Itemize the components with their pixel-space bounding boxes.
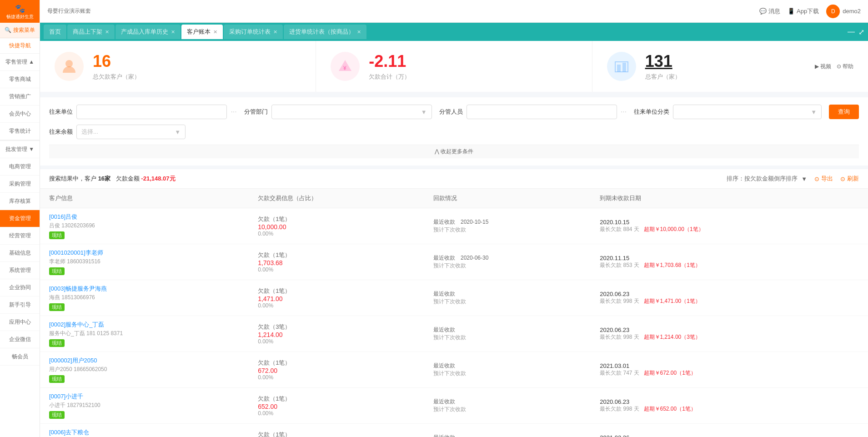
stat-icon-debt: ¥	[331, 52, 360, 81]
sidebar-item-member[interactable]: 会员中心	[0, 105, 40, 123]
overdue-days: 最长欠款 884 天	[600, 226, 639, 232]
sidebar-item-guide[interactable]: 新手引导	[0, 296, 40, 314]
balance-select[interactable]: 选择... ▼	[76, 125, 186, 139]
manager-input[interactable]	[467, 105, 617, 119]
tab-produce-history[interactable]: 产成品入库单历史 ✕	[115, 25, 181, 39]
next-collect: 预计下次收款	[433, 406, 582, 413]
debt-percent: 0.00%	[258, 302, 415, 309]
debt-percent: 0.00%	[258, 266, 415, 273]
tab-customer-account[interactable]: 客户账本 ✕	[181, 25, 223, 39]
customer-name-link[interactable]: [0003]畅捷服务尹海燕	[49, 285, 107, 292]
tab-purchase-order[interactable]: 采购订单统计表 ✕	[224, 25, 283, 39]
tab-minimize-icon[interactable]: —	[848, 28, 855, 36]
source-unit-input[interactable]	[76, 105, 227, 119]
manager-dots[interactable]: ···	[621, 108, 627, 116]
customer-contact: 小进千 18279152100	[49, 402, 240, 409]
debt-count: 欠款（1笔）	[258, 287, 415, 295]
collapse-icon: ⋀	[435, 148, 439, 155]
ecommerce-label: 电商管理	[9, 163, 31, 170]
message-btn[interactable]: 💬 消息	[759, 7, 780, 15]
stat-value-total: 131	[645, 52, 681, 71]
cell-overdue-5: 2020.06.23 最长欠款 998 天 超期￥652.00（1笔）	[591, 388, 868, 424]
source-unit-dots[interactable]: ···	[231, 108, 236, 116]
video-btn[interactable]: ▶ 视频	[815, 63, 831, 70]
stat-value-debt: -2.11	[369, 52, 410, 71]
stat-info-debt: -2.11 欠款合计（万）	[369, 52, 410, 81]
purchase-label: 采购管理	[9, 181, 31, 187]
cell-customer-4: [000002]用户2050 用户2050 18665062050 现结	[40, 352, 249, 388]
overdue-link[interactable]: 超期￥672.00（1笔）	[644, 370, 696, 376]
customer-name-link[interactable]: [0016]吕俊	[49, 213, 77, 220]
unit-category-select[interactable]: ▼	[673, 105, 822, 119]
wechat-label: 企业微信	[9, 336, 31, 342]
tab-expand-icon[interactable]: ⤢	[858, 28, 864, 36]
cell-overdue-3: 2020.06.23 最长欠款 998 天 超期￥1,214.00（3笔）	[591, 316, 868, 352]
sidebar-item-retail-mall[interactable]: 零售商城	[0, 71, 40, 88]
sidebar-item-marketing[interactable]: 营销推广	[0, 88, 40, 105]
sidebar-item-batch-mgmt[interactable]: 批发管理 ▼	[0, 140, 40, 158]
overdue-link[interactable]: 超期￥1,471.00（1笔）	[644, 298, 701, 304]
debt-amount: 1,214.00	[258, 331, 415, 338]
overdue-link[interactable]: 超期￥10,000.00（1笔）	[644, 226, 704, 232]
overdue-date: 2020.06.23	[600, 326, 859, 333]
sidebar-item-enterprise[interactable]: 企业协同	[0, 279, 40, 296]
sidebar-item-retail-stats[interactable]: 零售统计	[0, 123, 40, 140]
collapse-filters-btn[interactable]: ⋀ 收起更多条件	[49, 145, 859, 158]
col-overdue-date: 到期未收款日期	[591, 189, 868, 208]
sort-select[interactable]: 排序：按欠款金额倒序排序 ▼	[727, 175, 807, 183]
export-btn[interactable]: ⊙ 导出	[814, 175, 833, 183]
overdue-date: 2021.02.26	[600, 434, 859, 437]
debt-percent: 0.00%	[258, 338, 415, 345]
customer-name-link[interactable]: [0002]服务中心_丁磊	[49, 321, 104, 328]
sidebar-item-system[interactable]: 系统管理	[0, 262, 40, 279]
sidebar-item-base-info[interactable]: 基础信息	[0, 245, 40, 262]
sidebar-item-wechat[interactable]: 企业微信	[0, 331, 40, 348]
col-customer-info: 客户信息	[40, 189, 249, 208]
app-download-btn[interactable]: 📱 App下载	[788, 7, 819, 15]
breadcrumb: 母婴行业演示账套	[47, 7, 91, 15]
sidebar-item-finance[interactable]: 资金管理	[0, 210, 40, 227]
customer-name-link[interactable]: [0001020001]李老师	[49, 249, 103, 256]
tab-close-purchase-stats[interactable]: ✕	[357, 29, 361, 35]
overdue-date: 2020.11.15	[600, 255, 859, 261]
tabs-controls: — ⤢	[848, 28, 864, 36]
overdue-days: 最长欠款 998 天	[600, 406, 639, 412]
customer-name-link[interactable]: [0007]小进千	[49, 393, 83, 400]
overdue-link[interactable]: 超期￥1,703.68（1笔）	[644, 262, 701, 268]
next-collect: 预计下次收款	[433, 334, 582, 342]
sidebar-item-apps[interactable]: 应用中心	[0, 314, 40, 331]
user-menu[interactable]: D demo2	[826, 5, 861, 18]
sidebar-item-ecommerce[interactable]: 电商管理	[0, 158, 40, 176]
stat-icon-total	[607, 52, 636, 81]
sidebar-item-retail-mgmt[interactable]: 零售管理 ▲	[0, 54, 40, 71]
filter-unit-category: 往来单位分类 ▼	[634, 105, 822, 119]
refresh-btn[interactable]: ⊙ 刷新	[840, 175, 859, 183]
customer-name-link[interactable]: [000002]用户2050	[49, 357, 97, 364]
tab-close-purchase-order[interactable]: ✕	[273, 29, 277, 35]
tab-close-customer-account[interactable]: ✕	[213, 29, 217, 35]
quick-nav[interactable]: 快捷导航	[0, 38, 40, 54]
table-row: [0007]小进千 小进千 18279152100 现结 欠款（1笔） 652.…	[40, 388, 868, 424]
tab-home[interactable]: 首页	[44, 25, 66, 39]
cell-customer-2: [0003]畅捷服务尹海燕 海燕 18513066976 现结	[40, 280, 249, 316]
tab-close-product-off[interactable]: ✕	[105, 29, 109, 35]
tab-product-off[interactable]: 商品上下架 ✕	[67, 25, 115, 39]
stat-card-total-debt: ¥ -2.11 欠款合计（万）	[316, 41, 592, 92]
tab-purchase-stats[interactable]: 进货单统计表（按商品） ✕	[284, 25, 366, 39]
cell-customer-1: [0001020001]李老师 李老师 18600391516 现结	[40, 244, 249, 280]
sidebar-item-purchase[interactable]: 采购管理	[0, 176, 40, 193]
cell-customer-3: [0002]服务中心_丁磊 服务中心_丁磊 181 0125 8371 现结	[40, 316, 249, 352]
customer-contact: 海燕 18513066976	[49, 294, 240, 301]
tab-close-produce-history[interactable]: ✕	[171, 29, 175, 35]
search-button[interactable]: 查询	[829, 105, 859, 119]
dept-select[interactable]: ▼	[271, 105, 432, 119]
help-btn[interactable]: ⊙ 帮助	[837, 63, 853, 70]
customer-name-link[interactable]: [0006]去下粮仓	[49, 429, 89, 436]
last-collect: 最近收款 2020-10-15	[433, 218, 582, 226]
sidebar-item-inventory[interactable]: 库存核算	[0, 193, 40, 210]
sidebar-item-ops[interactable]: 经营管理	[0, 227, 40, 245]
overdue-link[interactable]: 超期￥652.00（1笔）	[644, 406, 696, 412]
overdue-link[interactable]: 超期￥1,214.00（3笔）	[644, 334, 701, 340]
search-menu[interactable]: 🔍 搜索菜单	[0, 23, 40, 38]
sidebar-item-vip[interactable]: 畅会员	[0, 348, 40, 366]
